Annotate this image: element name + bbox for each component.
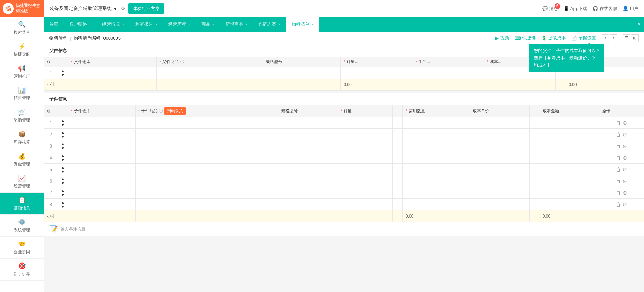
child-row-3-warehouse[interactable] bbox=[68, 140, 136, 152]
child-row-6-product[interactable] bbox=[135, 175, 278, 187]
layout-list-button[interactable]: ☰ bbox=[623, 34, 630, 42]
sidebar-item-finance[interactable]: 💰 资金管理 bbox=[0, 149, 44, 171]
nav-tab-goods[interactable]: 商品× bbox=[196, 17, 220, 32]
child-row-8-warehouse[interactable] bbox=[68, 199, 136, 210]
child-row-6-unit[interactable] bbox=[338, 175, 392, 187]
child-row-4-unit-cost[interactable] bbox=[470, 152, 529, 164]
child-row-7-unit[interactable] bbox=[338, 187, 392, 199]
child-product-info-icon[interactable]: ⓘ bbox=[159, 108, 163, 114]
delete-icon-row-1[interactable]: 🗑 bbox=[616, 120, 621, 126]
child-row-8-spec[interactable] bbox=[278, 199, 338, 210]
settings-icon[interactable]: ⚙ bbox=[121, 5, 125, 12]
copy-icon-row-7[interactable]: ⊙ bbox=[623, 190, 627, 196]
child-row-4-needed-qty[interactable] bbox=[402, 152, 470, 164]
delete-icon-row-6[interactable]: 🗑 bbox=[616, 178, 621, 184]
layout-grid-button[interactable]: ⊞ bbox=[631, 34, 639, 42]
child-row-2-unit[interactable] bbox=[338, 129, 392, 140]
child-row-6-unit-cost[interactable] bbox=[470, 175, 529, 187]
sidebar-item-basic-info[interactable]: 📋 基础信息 bbox=[0, 193, 44, 215]
scan-input-button[interactable]: 扫码录入 bbox=[164, 107, 186, 115]
child-row-1-unit-cost[interactable] bbox=[470, 117, 529, 129]
nav-tab-profit[interactable]: 利润报告× bbox=[130, 17, 163, 32]
child-row-7-spec[interactable] bbox=[278, 187, 338, 199]
tooltip-close-button[interactable]: × bbox=[597, 47, 599, 52]
child-row-5-warehouse[interactable] bbox=[68, 164, 136, 175]
child-row-1-product[interactable] bbox=[135, 117, 278, 129]
copy-icon-row-5[interactable]: ⊙ bbox=[623, 167, 627, 172]
delete-icon-row-4[interactable]: 🗑 bbox=[616, 155, 621, 161]
child-row-2-needed-qty[interactable] bbox=[402, 129, 470, 140]
delete-icon-row-2[interactable]: 🗑 bbox=[616, 132, 621, 137]
child-row-5-product[interactable] bbox=[135, 164, 278, 175]
parent-row-1-product[interactable] bbox=[157, 67, 263, 79]
child-row-8-needed-qty[interactable] bbox=[402, 199, 470, 210]
delete-icon-row-5[interactable]: 🗑 bbox=[616, 167, 621, 172]
child-row-3-unit[interactable] bbox=[338, 140, 392, 152]
nav-tab-profit-close[interactable]: × bbox=[155, 22, 157, 26]
child-row-2-unit-cost[interactable] bbox=[470, 129, 529, 140]
settings-icon[interactable]: ⚙ bbox=[47, 60, 51, 65]
child-row-8-product[interactable] bbox=[135, 199, 278, 210]
copy-icon-row-4[interactable]: ⊙ bbox=[623, 155, 627, 161]
nav-tab-bom-close[interactable]: × bbox=[311, 22, 313, 26]
child-row-8-unit[interactable] bbox=[338, 199, 392, 210]
parent-row-1-spec[interactable] bbox=[263, 67, 341, 79]
child-row-7-needed-qty[interactable] bbox=[402, 187, 470, 199]
child-row-8-unit-cost[interactable] bbox=[470, 199, 529, 210]
parent-row-1-production[interactable] bbox=[412, 67, 484, 79]
sidebar-item-search[interactable]: 🔍 搜索菜单 bbox=[0, 17, 44, 39]
child-row-1-warehouse[interactable] bbox=[68, 117, 136, 129]
nav-tab-customer-close[interactable]: × bbox=[89, 22, 91, 26]
parent-row-1-unit[interactable] bbox=[341, 67, 412, 79]
sidebar-item-marketing[interactable]: 📢 营销推广 bbox=[0, 61, 44, 83]
copy-icon-row-1[interactable]: ⊙ bbox=[623, 120, 627, 126]
copy-icon-row-2[interactable]: ⊙ bbox=[623, 132, 627, 137]
child-row-4-warehouse[interactable] bbox=[68, 152, 136, 164]
delete-icon-row-8[interactable]: 🗑 bbox=[616, 202, 621, 207]
child-row-5-spec[interactable] bbox=[278, 164, 338, 175]
child-row-2-warehouse[interactable] bbox=[68, 129, 136, 140]
nav-tab-goods-close[interactable]: × bbox=[212, 22, 214, 26]
child-row-5-needed-qty[interactable] bbox=[402, 164, 470, 175]
nav-tab-operation-close[interactable]: × bbox=[122, 22, 124, 26]
copy-icon-row-6[interactable]: ⊙ bbox=[623, 178, 627, 184]
nav-tab-bom[interactable]: 物料清单× bbox=[286, 17, 319, 32]
user-item[interactable]: 👤 用户 bbox=[623, 5, 639, 12]
child-row-1-spec[interactable] bbox=[278, 117, 338, 129]
sidebar-item-system[interactable]: ⚙️ 系统管理 bbox=[0, 215, 44, 237]
nav-tab-barcode-close[interactable]: × bbox=[278, 22, 281, 26]
sidebar-item-guide[interactable]: 🎯 新手引导 bbox=[0, 259, 44, 281]
system-title-dropdown[interactable]: 装备及固定资产辅助管理系统 ▼ bbox=[49, 5, 118, 12]
copy-icon-row-8[interactable]: ⊙ bbox=[623, 202, 627, 207]
nav-prev-button[interactable]: ‹ bbox=[602, 34, 609, 42]
child-row-3-product[interactable] bbox=[135, 140, 278, 152]
child-row-4-spec[interactable] bbox=[278, 152, 338, 164]
child-row-6-spec[interactable] bbox=[278, 175, 338, 187]
close-all-tabs-button[interactable]: × bbox=[634, 21, 644, 27]
nav-tab-home[interactable]: 首页 bbox=[44, 17, 64, 32]
nav-tab-barcode[interactable]: 条码方案× bbox=[253, 17, 286, 32]
sidebar-item-sales[interactable]: 📊 销售管理 bbox=[0, 83, 44, 105]
online-service-item[interactable]: 🎧 在线客服 bbox=[593, 5, 617, 12]
nav-tab-new_goods[interactable]: 新增商品× bbox=[220, 17, 253, 32]
delete-icon-row-3[interactable]: 🗑 bbox=[616, 143, 621, 149]
parent-row-1-warehouse[interactable] bbox=[68, 67, 157, 79]
copy-icon-row-3[interactable]: ⊙ bbox=[623, 143, 627, 149]
delete-icon-row-7[interactable]: 🗑 bbox=[616, 190, 621, 196]
sidebar-item-operation-mgr[interactable]: 📈 经营管理 bbox=[0, 171, 44, 193]
child-row-6-warehouse[interactable] bbox=[68, 175, 136, 187]
child-row-5-unit-cost[interactable] bbox=[470, 164, 529, 175]
nav-tab-new_goods-close[interactable]: × bbox=[245, 22, 247, 26]
bottom-bar-hint[interactable]: 输入备注信息... bbox=[61, 226, 89, 232]
child-row-4-unit[interactable] bbox=[338, 152, 392, 164]
child-row-4-product[interactable] bbox=[135, 152, 278, 164]
shortcut-action[interactable]: ⌨ 快捷键 bbox=[515, 35, 536, 41]
child-row-5-unit[interactable] bbox=[338, 164, 392, 175]
nav-next-button[interactable]: › bbox=[610, 34, 617, 42]
app-download-item[interactable]: 📱 App下载 bbox=[564, 5, 587, 12]
child-row-3-unit-cost[interactable] bbox=[470, 140, 529, 152]
trial-button[interactable]: 体验行业方案 bbox=[128, 3, 164, 14]
child-row-3-spec[interactable] bbox=[278, 140, 338, 152]
child-row-2-product[interactable] bbox=[135, 129, 278, 140]
nav-tab-history[interactable]: 经营历程× bbox=[163, 17, 196, 32]
